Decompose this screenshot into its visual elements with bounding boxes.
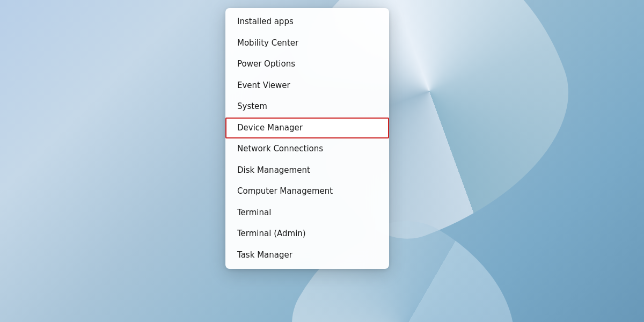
menu-item-disk-management[interactable]: Disk Management xyxy=(225,160,389,181)
menu-item-terminal-admin[interactable]: Terminal (Admin) xyxy=(225,223,389,245)
menu-item-terminal[interactable]: Terminal xyxy=(225,202,389,224)
menu-item-power-options[interactable]: Power Options xyxy=(225,54,389,75)
menu-item-system[interactable]: System xyxy=(225,96,389,118)
menu-item-mobility-center[interactable]: Mobility Center xyxy=(225,33,389,54)
menu-item-installed-apps[interactable]: Installed apps xyxy=(225,11,389,33)
menu-item-device-manager[interactable]: Device Manager xyxy=(225,118,389,139)
menu-item-event-viewer[interactable]: Event Viewer xyxy=(225,75,389,97)
context-menu: Installed appsMobility CenterPower Optio… xyxy=(225,8,389,269)
menu-item-task-manager[interactable]: Task Manager xyxy=(225,245,389,266)
menu-item-computer-management[interactable]: Computer Management xyxy=(225,181,389,202)
menu-item-network-connections[interactable]: Network Connections xyxy=(225,138,389,160)
